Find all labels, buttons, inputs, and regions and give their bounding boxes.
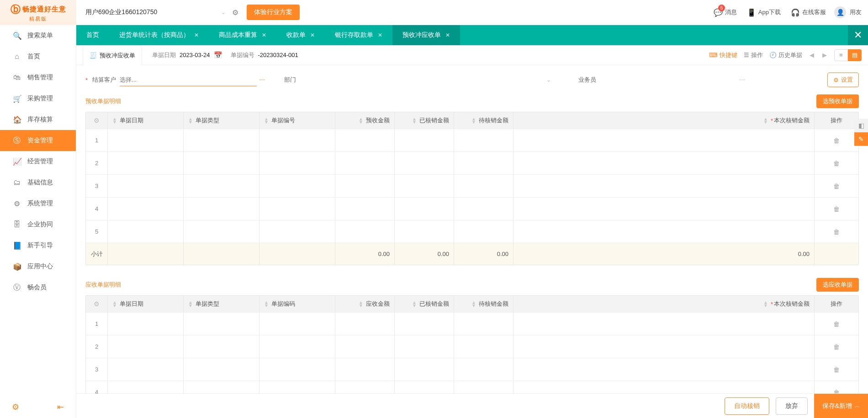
operate-button[interactable]: ☰操作 — [744, 51, 763, 59]
content-scroll[interactable]: * 结算客户 ⋯ 部门 ⌄ 业务员 — [76, 65, 868, 393]
sort-icon[interactable]: ▲▼ — [471, 117, 476, 124]
table-row[interactable]: 4 🗑 — [86, 197, 858, 220]
sales-picker-icon[interactable]: ⋯ — [739, 76, 746, 83]
sidebar-item-12[interactable]: Ⓥ畅会员 — [0, 277, 76, 298]
view-form-button[interactable]: ▤ — [848, 49, 862, 61]
app-download-button[interactable]: 📱 App下载 — [747, 8, 781, 17]
sidebar-item-5[interactable]: Ⓢ资金管理 — [0, 130, 76, 151]
table-row[interactable]: 1 🗑 — [86, 312, 858, 335]
close-all-tabs[interactable]: ✕ — [848, 25, 868, 45]
delete-icon[interactable]: 🗑 — [833, 183, 840, 190]
company-selector[interactable]: 用户690企业1660120750 ⌄ — [85, 8, 226, 16]
sort-icon[interactable]: ▲▼ — [763, 117, 768, 124]
table-row[interactable]: 2 🗑 — [86, 152, 858, 174]
gear-icon[interactable]: ⚙ — [94, 117, 100, 124]
sidebar-item-4[interactable]: 🏠库存核算 — [0, 109, 76, 130]
delete-icon[interactable]: 🗑 — [833, 343, 840, 350]
calendar-icon[interactable]: 📅 — [214, 51, 222, 59]
sidebar-item-2[interactable]: 🛍销售管理 — [0, 67, 76, 88]
dock-button-2[interactable]: ✎ — [854, 132, 868, 146]
delete-icon[interactable]: 🗑 — [833, 228, 840, 235]
sales-input[interactable] — [600, 73, 737, 86]
close-icon[interactable]: ✕ — [194, 32, 199, 38]
sort-icon[interactable]: ▲▼ — [188, 301, 193, 307]
sidebar-item-7[interactable]: 🗂基础信息 — [0, 172, 76, 193]
delete-icon[interactable]: 🗑 — [833, 389, 840, 394]
logo-icon: ⓑ — [11, 3, 21, 16]
doc-date-value[interactable]: 2023-03-24 — [180, 52, 210, 58]
customer-input[interactable] — [120, 73, 257, 86]
close-icon[interactable]: ✕ — [445, 32, 450, 38]
document-tab[interactable]: 🧾 预收冲应收单 — [83, 45, 142, 65]
discard-button[interactable]: 放弃 — [776, 397, 808, 415]
sidebar-item-6[interactable]: 📈经营管理 — [0, 151, 76, 172]
sort-icon[interactable]: ▲▼ — [188, 117, 193, 124]
online-service-button[interactable]: 🎧 在线客服 — [791, 8, 826, 17]
sidebar-item-0[interactable]: 🔍搜索菜单 — [0, 25, 76, 46]
sort-icon[interactable]: ▲▼ — [112, 301, 117, 307]
sort-icon[interactable]: ▲▼ — [359, 301, 363, 307]
close-icon[interactable]: ✕ — [310, 32, 315, 38]
sidebar-item-10[interactable]: 📘新手引导 — [0, 235, 76, 256]
delete-icon[interactable]: 🗑 — [833, 366, 840, 373]
prev-doc-button[interactable]: ◀ — [809, 52, 815, 58]
table-row[interactable]: 5 🗑 — [86, 220, 858, 243]
view-list-button[interactable]: ≡ — [834, 49, 848, 61]
chevron-down-icon: ⌄ — [221, 9, 226, 16]
sidebar-item-9[interactable]: 🗄企业协同 — [0, 214, 76, 235]
delete-icon[interactable]: 🗑 — [833, 137, 840, 144]
sidebar-item-8[interactable]: ⚙系统管理 — [0, 193, 76, 214]
close-icon[interactable]: ✕ — [378, 32, 382, 38]
org-settings-icon[interactable]: ⚙ — [232, 8, 238, 17]
dock-button-1[interactable]: ◧ — [854, 119, 868, 132]
sort-icon[interactable]: ▲▼ — [112, 117, 117, 124]
sort-icon[interactable]: ▲▼ — [412, 117, 417, 124]
sidebar-item-11[interactable]: 📦应用中心 — [0, 256, 76, 277]
tab-0[interactable]: 首页 — [76, 25, 109, 45]
tab-3[interactable]: 收款单✕ — [276, 25, 325, 45]
table-row[interactable]: 4 🗑 — [86, 381, 858, 393]
sort-icon[interactable]: ▲▼ — [359, 117, 363, 124]
shortcut-button[interactable]: ⌨快捷键 — [709, 51, 737, 59]
history-button[interactable]: 🕘历史单据 — [769, 51, 802, 59]
messages-button[interactable]: 💬 消息 6 — [714, 8, 737, 17]
list-icon: ☰ — [744, 52, 749, 58]
table-row[interactable]: 3 🗑 — [86, 174, 858, 197]
table-row[interactable]: 1 🗑 — [86, 129, 858, 152]
next-doc-button[interactable]: ▶ — [821, 52, 828, 58]
sort-icon[interactable]: ▲▼ — [264, 117, 269, 124]
save-and-new-button[interactable]: 保存&新增 ︿ — [814, 394, 868, 418]
logo-title: 畅捷通好生意 — [22, 5, 66, 14]
settings-button[interactable]: ⚙ 设置 — [827, 73, 859, 87]
auto-offset-button[interactable]: 自动核销 — [725, 397, 769, 415]
dept-input[interactable] — [300, 73, 418, 86]
sort-icon[interactable]: ▲▼ — [264, 301, 269, 307]
tab-4[interactable]: 银行存取款单✕ — [325, 25, 392, 45]
tab-2[interactable]: 商品成本重算✕ — [209, 25, 276, 45]
select-receivable-button[interactable]: 选应收单据 — [816, 278, 859, 292]
collapse-icon[interactable]: ⇤ — [57, 402, 64, 412]
sort-icon[interactable]: ▲▼ — [412, 301, 417, 307]
sort-icon[interactable]: ▲▼ — [471, 301, 476, 307]
tab-1[interactable]: 进货单统计表（按商品）✕ — [109, 25, 209, 45]
select-prepay-button[interactable]: 选预收单据 — [816, 94, 859, 108]
table-row[interactable]: 2 🗑 — [86, 335, 858, 358]
col-code: 单据编号 — [271, 116, 295, 125]
sidebar-item-3[interactable]: 🛒采购管理 — [0, 88, 76, 109]
table-subtotal: 小计 0.00 0.00 0.00 0.00 — [86, 243, 858, 265]
close-icon[interactable]: ✕ — [262, 32, 266, 38]
chevron-down-icon[interactable]: ⌄ — [546, 77, 551, 83]
delete-icon[interactable]: 🗑 — [833, 320, 840, 328]
gear-icon[interactable]: ⚙ — [94, 300, 100, 308]
tab-5[interactable]: 预收冲应收单✕ — [392, 25, 460, 45]
settings-icon[interactable]: ⚙ — [12, 402, 19, 412]
chevron-up-icon: ︿ — [855, 402, 860, 409]
customer-picker-icon[interactable]: ⋯ — [259, 76, 266, 83]
delete-icon[interactable]: 🗑 — [833, 160, 840, 167]
avatar[interactable]: 👤 — [834, 6, 846, 18]
table-row[interactable]: 3 🗑 — [86, 358, 858, 381]
sidebar-item-1[interactable]: ⌂首页 — [0, 46, 76, 67]
try-plan-button[interactable]: 体验行业方案 — [247, 5, 300, 20]
delete-icon[interactable]: 🗑 — [833, 205, 840, 213]
sort-icon[interactable]: ▲▼ — [763, 301, 768, 307]
